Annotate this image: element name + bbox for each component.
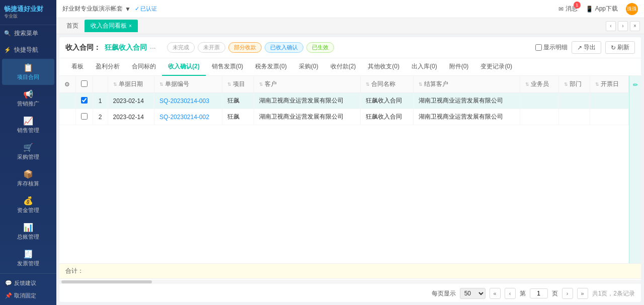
show-detail-input[interactable] (535, 44, 542, 51)
app-download-button[interactable]: 📱 App下载 (586, 5, 618, 13)
phone-icon: 📱 (586, 6, 593, 13)
topbar-right: ✉ 消息 1 📱 App下载 珠珠 (558, 3, 638, 15)
sidebar-item-sales[interactable]: 📈 销售管理 (2, 112, 54, 138)
right-panel-edit-icon[interactable]: ✏ (630, 80, 640, 90)
certification-status: ✓ 已认证 (135, 5, 157, 13)
row-salesman-cell (520, 93, 558, 109)
th-invoice-date[interactable]: ⇅ 开票日 (590, 76, 629, 93)
export-button[interactable]: ↗ 导出 (572, 41, 601, 54)
row-checkbox[interactable] (81, 113, 88, 120)
tab-contract-subject[interactable]: 合同标的 (126, 58, 162, 76)
tab-home[interactable]: 首页 (60, 20, 85, 32)
tab-sales-invoice[interactable]: 销售发票(0) (206, 58, 250, 76)
row-salesman-cell (520, 109, 558, 125)
tab-nav-prev[interactable]: ‹ (606, 21, 616, 31)
sidebar-item-invoice[interactable]: 🧾 发票管理 (2, 245, 54, 271)
sidebar-item-ledger[interactable]: 📊 总账管理 (2, 219, 54, 245)
tab-income-contract[interactable]: 收入合同看板 × (85, 20, 138, 32)
tab-purchase[interactable]: 采购(0) (293, 58, 325, 76)
th-project[interactable]: ⇅ 项目 (222, 76, 254, 93)
sales-icon: 📈 (23, 116, 33, 126)
row-checkbox-cell[interactable] (75, 93, 93, 109)
status-tag-confirmed[interactable]: 已收入确认 (265, 42, 303, 53)
tab-other-income[interactable]: 其他收支(0) (362, 58, 406, 76)
order-no-link[interactable]: SQ-20230214-003 (159, 97, 209, 105)
sidebar-item-purchase[interactable]: 🛒 采购管理 (2, 139, 54, 165)
tab-payment[interactable]: 收付款(2) (325, 58, 362, 76)
th-salesman[interactable]: ⇅ 业务员 (520, 76, 558, 93)
settings-gear-icon[interactable]: ⚙ (64, 81, 70, 88)
sidebar-quick-nav[interactable]: ⚡ 快捷导航 (0, 42, 56, 58)
tab-revenue-confirm[interactable]: 收入确认(2) (162, 58, 206, 76)
page-size-select[interactable]: 20 50 100 (460, 288, 486, 299)
sidebar-item-finance[interactable]: 💰 资金管理 (2, 192, 54, 218)
inventory-icon: 📦 (23, 169, 33, 179)
tab-kanban[interactable]: 看板 (65, 58, 90, 76)
sidebar-search[interactable]: 🔍 搜索菜单 (0, 25, 56, 42)
row-order-no-cell[interactable]: SQ-20230214-002 (154, 109, 222, 125)
th-contract-name[interactable]: ⇅ 合同名称 (361, 76, 414, 93)
order-no-link[interactable]: SQ-20230214-002 (159, 114, 209, 121)
last-page-button[interactable]: » (577, 288, 588, 299)
dept-sort-icon: ⇅ (564, 82, 568, 87)
app-sub: 专业版 (4, 13, 52, 20)
salesman-sort-icon: ⇅ (525, 82, 529, 87)
row-checkbox-cell[interactable] (75, 109, 93, 125)
th-customer[interactable]: ⇅ 客户 (254, 76, 360, 93)
row-settings-cell (59, 93, 75, 109)
more-options-button[interactable]: ··· (150, 44, 156, 52)
sidebar-scroll: 📋 项目合同 📢 营销推广 📈 销售管理 🛒 采购管理 📦 库存核算 💰 资金管… (0, 58, 56, 273)
tab-label: 收入合同看板 (91, 22, 127, 30)
horizontal-scrollbar[interactable] (59, 280, 641, 284)
sidebar-item-inventory[interactable]: 📦 库存核算 (2, 165, 54, 191)
table-header-row: ⚙ ⇅ 单据日期 (59, 76, 629, 93)
first-page-button[interactable]: « (490, 288, 501, 299)
tab-nav-next[interactable]: › (618, 21, 628, 31)
th-checkbox[interactable] (75, 76, 93, 93)
messages-button[interactable]: ✉ 消息 1 (558, 5, 578, 13)
th-settings[interactable]: ⚙ (59, 76, 75, 93)
footer-pagination: 每页显示 20 50 100 « ‹ 第 页 › » 共1页，2条记录 (59, 285, 641, 302)
sidebar: 畅捷通好业财 专业版 🔍 搜索菜单 ⚡ 快捷导航 📋 项目合同 📢 营销推广 📈… (0, 0, 56, 305)
status-tag-incomplete[interactable]: 未完成 (167, 42, 195, 53)
prev-page-button[interactable]: ‹ (505, 288, 516, 299)
th-settle-customer[interactable]: ⇅ 结算客户 (413, 76, 520, 93)
next-page-button[interactable]: › (562, 288, 573, 299)
status-tag-uninvoiced[interactable]: 未开票 (198, 42, 225, 53)
user-area[interactable]: 珠珠 (626, 3, 638, 15)
settle-col-label: 结算客户 (424, 80, 448, 88)
table-row[interactable]: 2 2023-02-14 SQ-20230214-002 狂飙 湖南卫视商业运营… (59, 109, 629, 125)
page-label: 页 (552, 289, 558, 298)
scrollbar-thumb[interactable] (61, 280, 152, 283)
sidebar-item-project-contract[interactable]: 📋 项目合同 (2, 59, 54, 85)
tab-close-icon[interactable]: × (129, 23, 132, 29)
row-checkbox[interactable] (81, 97, 88, 104)
th-date[interactable]: ⇅ 单据日期 (108, 76, 154, 93)
page-number-input[interactable] (530, 288, 548, 298)
project-col-label: 项目 (233, 80, 245, 88)
tab-inout-stock[interactable]: 出入库(0) (406, 58, 443, 76)
tab-profit-analysis[interactable]: 盈利分析 (90, 58, 126, 76)
th-department[interactable]: ⇅ 部门 (558, 76, 590, 93)
tab-attachments[interactable]: 附件(0) (443, 58, 475, 76)
tabbar: 首页 收入合同看板 × ‹ › × (56, 18, 644, 34)
th-order-no[interactable]: ⇅ 单据编号 (154, 76, 222, 93)
project-contract-icon: 📋 (23, 63, 33, 72)
tab-nav-close[interactable]: × (630, 21, 640, 31)
tab-change-log[interactable]: 变更记录(0) (474, 58, 518, 76)
refresh-button[interactable]: ↻ 刷新 (605, 41, 635, 54)
sidebar-unpin[interactable]: 📌 取消固定 (3, 289, 53, 302)
sidebar-feedback[interactable]: 💬 反馈建议 (3, 277, 53, 289)
settle-sort-icon: ⇅ (419, 82, 423, 87)
tab-tax-invoice[interactable]: 税务发票(0) (249, 58, 293, 76)
avatar-initials: 珠珠 (627, 6, 637, 13)
show-detail-checkbox[interactable]: 显示明细 (535, 43, 568, 52)
status-tag-partial-payment[interactable]: 部分收款 (228, 42, 262, 53)
table-row[interactable]: 1 2023-02-14 SQ-20230214-003 狂飙 湖南卫视商业运营… (59, 93, 629, 109)
company-selector[interactable]: 好业财专业版演示帐套 ▼ (62, 5, 131, 13)
search-icon: 🔍 (4, 30, 11, 37)
row-order-no-cell[interactable]: SQ-20230214-003 (154, 93, 222, 109)
select-all-checkbox[interactable] (81, 80, 88, 87)
status-tag-effective[interactable]: 已生效 (306, 42, 334, 53)
sidebar-item-marketing[interactable]: 📢 营销推广 (2, 85, 54, 112)
